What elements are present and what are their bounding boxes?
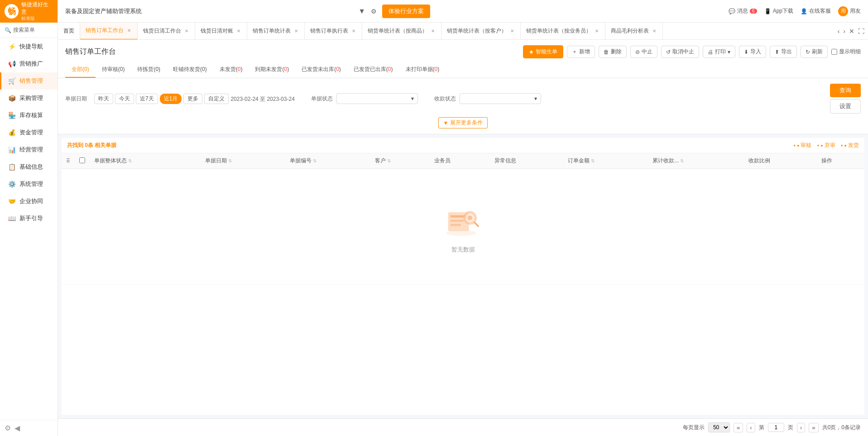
per-page-select[interactable]: 50	[708, 422, 730, 432]
sidebar-item-basic-info[interactable]: 📋 基础信息	[0, 158, 58, 175]
show-detail-label[interactable]: 显示明细	[831, 48, 861, 56]
tab-cash-daily[interactable]: 钱货日清工作台 ✕	[138, 23, 195, 40]
tab-sales-stat-product[interactable]: 销货单统计表（按商品） ✕	[362, 23, 441, 40]
sidebar-item-finance[interactable]: 💰 资金管理	[0, 124, 58, 141]
sub-tab-pending-review[interactable]: 待审核(0)	[96, 62, 131, 78]
sidebar-collapse-icon[interactable]: ◀	[14, 424, 20, 432]
th-number[interactable]: 单据编号 ⇅	[285, 153, 370, 169]
query-button[interactable]: 查询	[830, 84, 861, 97]
page-number-input[interactable]	[768, 423, 784, 432]
expand-filter-button[interactable]: ▼ 展开更多条件	[438, 117, 488, 128]
cancel-pause-button[interactable]: ↺ 取消中止	[661, 46, 699, 58]
guide-icon: 📖	[8, 214, 16, 223]
app-download-btn[interactable]: 📱 App下载	[764, 7, 793, 15]
trial-button[interactable]: 体验行业方案	[382, 5, 430, 18]
pause-button[interactable]: ⊘ 中止	[630, 46, 657, 58]
online-service-btn[interactable]: 👤 在线客服	[801, 7, 831, 15]
status-select[interactable]: ▾	[336, 93, 418, 104]
import-icon: ⬇	[744, 49, 748, 55]
user-avatar: 用	[838, 6, 848, 16]
tab-cash-reconcile[interactable]: 钱货日清对账 ✕	[195, 23, 247, 40]
th-amount[interactable]: 订单金额 ⇅	[563, 153, 648, 169]
tab-close-stat-product[interactable]: ✕	[430, 28, 436, 33]
refresh-button[interactable]: ↻ 刷新	[801, 46, 828, 58]
sidebar-item-operations[interactable]: 📊 经营管理	[0, 141, 58, 158]
smart-order-button[interactable]: ★ 智能生单	[523, 45, 563, 58]
last-page-btn[interactable]: »	[809, 423, 818, 432]
user-btn[interactable]: 用 用友	[838, 6, 861, 16]
message-btn[interactable]: 💬 消息 6	[729, 7, 757, 15]
query-action-area: 查询 设置	[830, 84, 861, 114]
tab-close-cash-daily[interactable]: ✕	[184, 28, 189, 33]
print-dropdown-icon: ▾	[728, 49, 730, 55]
add-button[interactable]: ＋ 新增	[567, 46, 595, 58]
date-btn-yesterday[interactable]: 昨天	[94, 94, 113, 104]
prev-page-btn[interactable]: ‹	[747, 423, 755, 432]
tab-sales-stat-customer[interactable]: 销货单统计表（按客户） ✕	[441, 23, 521, 40]
th-customer[interactable]: 客户 ⇅	[370, 153, 430, 169]
finance-icon: 💰	[8, 128, 16, 137]
tab-close-all[interactable]: ✕	[848, 27, 855, 36]
date-btn-today[interactable]: 今天	[115, 94, 134, 104]
empty-illustration	[441, 199, 486, 240]
import-button[interactable]: ⬇ 导入	[739, 46, 766, 58]
sidebar-item-quick-nav[interactable]: ⚡ 快捷导航	[0, 38, 58, 55]
tab-close-cash-reconcile[interactable]: ✕	[236, 28, 241, 33]
date-btn-7days[interactable]: 近7天	[136, 94, 158, 104]
sidebar-item-guide[interactable]: 📖 新手引导	[0, 210, 58, 227]
gear-icon[interactable]: ⚙	[371, 8, 377, 15]
sidebar-search[interactable]: 🔍 搜索菜单	[0, 23, 58, 38]
sub-tab-all[interactable]: 全部(0)	[65, 62, 96, 78]
set-button[interactable]: 设置	[830, 99, 861, 114]
print-button[interactable]: 🖨 打印 ▾	[703, 46, 735, 58]
system-settings-icon[interactable]: ▼	[358, 7, 365, 15]
sub-tab-shipped-not-out[interactable]: 已发货未出库(0)	[295, 62, 347, 78]
tab-close-sales-exec[interactable]: ✕	[351, 28, 356, 33]
audit-action[interactable]: ● 审核	[793, 142, 811, 149]
sub-tab-shipped-out[interactable]: 已发货已出库(0)	[347, 62, 399, 78]
sidebar-item-system[interactable]: ⚙️ 系统管理	[0, 175, 58, 193]
sidebar-item-sales[interactable]: 🛒 销售管理	[0, 72, 58, 90]
tab-sales-stat[interactable]: 销售订单统计表 ✕	[247, 23, 305, 40]
tab-maximize[interactable]: ⛶	[857, 27, 865, 36]
export-button[interactable]: ⬆ 导出	[770, 46, 797, 58]
sidebar-item-purchase[interactable]: 📦 采购管理	[0, 90, 58, 107]
tab-close-sales-workbench[interactable]: ✕	[126, 28, 132, 33]
tab-sales-exec[interactable]: 销售订单执行表 ✕	[305, 23, 362, 40]
ship-action[interactable]: ● 发货	[841, 142, 859, 149]
th-date[interactable]: 单据日期 ⇅	[201, 153, 286, 169]
th-status[interactable]: 单据整体状态 ⇅	[90, 153, 201, 169]
date-btn-1month[interactable]: 近1月	[160, 94, 182, 104]
sidebar-item-marketing[interactable]: 📢 营销推广	[0, 55, 58, 72]
sub-tab-wangpu-pending[interactable]: 旺铺待发货(0)	[167, 62, 213, 78]
date-btn-custom[interactable]: 自定义	[204, 94, 229, 104]
tab-close-stat-customer[interactable]: ✕	[509, 28, 515, 33]
sub-tab-pending-inspect[interactable]: 待拣货(0)	[131, 62, 167, 78]
pause-icon: ⊘	[635, 49, 640, 55]
tab-sales-workbench[interactable]: 销售订单工作台 ✕	[80, 23, 138, 40]
tab-sales-stat-salesman[interactable]: 销货单统计表（按业务员） ✕	[521, 23, 605, 40]
sub-tab-not-shipped[interactable]: 未发货(0)	[213, 62, 249, 78]
sub-tab-not-printed[interactable]: 未打印单据(0)	[399, 62, 446, 78]
tab-close-stat-salesman[interactable]: ✕	[594, 28, 599, 33]
th-checkbox[interactable]	[75, 153, 90, 169]
tab-nav-prev[interactable]: ‹	[837, 27, 841, 36]
tab-close-product-margin[interactable]: ✕	[652, 28, 657, 33]
sub-tab-expired-not-shipped[interactable]: 到期未发货(0)	[249, 62, 295, 78]
payment-select[interactable]: ▾	[460, 93, 541, 104]
reject-action[interactable]: ● 弃审	[817, 142, 835, 149]
delete-button[interactable]: 🗑 删除	[599, 46, 627, 58]
sidebar-item-enterprise[interactable]: 🤝 企业协同	[0, 193, 58, 210]
select-all-checkbox[interactable]	[79, 157, 85, 163]
sidebar-item-inventory[interactable]: 🏪 库存核算	[0, 107, 58, 124]
first-page-btn[interactable]: «	[734, 423, 743, 432]
tab-product-margin[interactable]: 商品毛利分析表 ✕	[605, 23, 663, 40]
sidebar-settings-icon[interactable]: ⚙	[5, 424, 11, 432]
tab-close-sales-stat[interactable]: ✕	[293, 28, 299, 33]
show-detail-checkbox[interactable]	[831, 49, 837, 55]
th-collected[interactable]: 累计收款... ⇅	[648, 153, 744, 169]
date-btn-more[interactable]: 更多	[183, 94, 202, 104]
tab-home[interactable]: 首页	[58, 23, 80, 40]
next-page-btn[interactable]: ›	[797, 423, 805, 432]
tab-nav-next[interactable]: ›	[842, 27, 846, 36]
